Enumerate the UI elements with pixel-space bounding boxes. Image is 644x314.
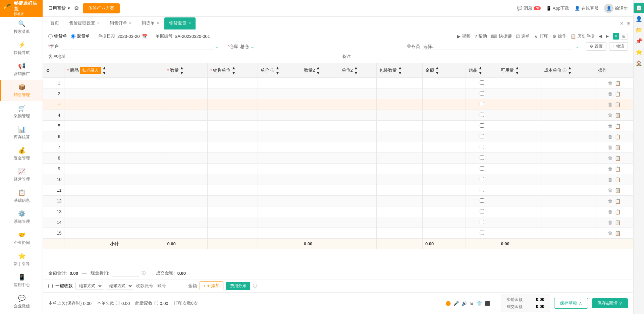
row-amount-5[interactable] [422, 131, 466, 142]
cost-info-icon[interactable]: ⓘ [562, 68, 567, 73]
row-product-7[interactable] [64, 153, 164, 164]
row-unit2-8[interactable] [339, 164, 377, 174]
gift-checkbox-5[interactable] [480, 134, 484, 138]
prev-record-btn[interactable]: ◀ [599, 34, 602, 39]
row-cost-price-6[interactable] [541, 142, 595, 153]
sidebar-item-apps[interactable]: 📱 应用中心 [0, 270, 43, 291]
sidebar-item-marketing[interactable]: 📢 营销推广 [0, 59, 43, 80]
row-qty-6[interactable] [164, 142, 208, 153]
row-cost-price-12[interactable] [541, 206, 595, 217]
list-view-btn[interactable]: ≡ [613, 33, 619, 40]
row-qty-10[interactable] [164, 185, 208, 196]
history-btn[interactable]: 📋 历史单据 [571, 33, 595, 39]
row-pkg-qty-14[interactable] [377, 228, 423, 239]
row-unit2-5[interactable] [339, 131, 377, 142]
qty2-sort[interactable]: ▲▼ [316, 65, 320, 75]
row-unit-11[interactable] [208, 196, 258, 206]
next-record-btn[interactable]: ▶ [606, 34, 609, 39]
sidebar-item-newbie[interactable]: 🌟 新手引导 [0, 249, 43, 270]
salesperson-input[interactable] [422, 43, 573, 50]
row-amount-6[interactable] [422, 142, 466, 153]
row-amount-1[interactable] [422, 88, 466, 99]
gift-checkbox-8[interactable] [480, 166, 484, 171]
row-amount-10[interactable] [422, 185, 466, 196]
address-lookup-btn[interactable]: ... [68, 54, 71, 59]
row-avail-4[interactable] [498, 121, 541, 131]
row-qty-11[interactable] [164, 196, 208, 206]
row-qty2-11[interactable] [301, 196, 339, 206]
row-amount-2[interactable] [422, 99, 466, 110]
price-sort[interactable]: ▲▼ [275, 65, 280, 75]
row-price-0[interactable] [258, 78, 301, 88]
account-input[interactable] [156, 282, 183, 289]
row-pkg-qty-8[interactable] [377, 164, 423, 174]
row-pkg-qty-2[interactable] [377, 99, 423, 110]
row-price-2[interactable] [258, 99, 301, 110]
add-fee-btn[interactable]: + + 添加 [200, 281, 223, 290]
experience-btn[interactable]: 体验行业方案 [83, 3, 120, 13]
settings-btn[interactable]: ⚙ 设置 [586, 42, 606, 51]
row-pkg-qty-13[interactable] [377, 217, 423, 228]
maximize-btn[interactable]: ⊞ [627, 21, 631, 26]
row-price-10[interactable] [258, 185, 301, 196]
row-gift-4[interactable] [466, 121, 498, 131]
row-unit-9[interactable] [208, 174, 258, 185]
row-unit2-3[interactable] [339, 110, 377, 121]
gift-checkbox-12[interactable] [480, 209, 484, 213]
row-avail-2[interactable] [498, 99, 541, 110]
sidebar-item-system[interactable]: ⚙️ 系统管理 [0, 207, 43, 228]
delete-row-btn-5[interactable]: 🗑 [608, 134, 612, 139]
row-gift-1[interactable] [466, 88, 498, 99]
row-qty-1[interactable] [164, 88, 208, 99]
row-product-9[interactable] [64, 174, 164, 185]
row-qty2-8[interactable] [301, 164, 339, 174]
row-gift-3[interactable] [466, 110, 498, 121]
row-amount-4[interactable] [422, 121, 466, 131]
row-product-10[interactable] [64, 185, 164, 196]
row-unit-8[interactable] [208, 164, 258, 174]
price-info-icon[interactable]: ⓘ [270, 68, 274, 73]
row-unit-1[interactable] [208, 88, 258, 99]
row-gift-2[interactable] [466, 99, 498, 110]
row-product-1[interactable] [64, 88, 164, 99]
row-product-14[interactable] [64, 228, 164, 239]
row-pkg-qty-12[interactable] [377, 206, 423, 217]
copy-row-btn-3[interactable]: 📋 [615, 113, 621, 118]
row-product-4[interactable] [64, 121, 164, 131]
row-avail-13[interactable] [498, 217, 541, 228]
row-price-11[interactable] [258, 196, 301, 206]
row-qty-8[interactable] [164, 164, 208, 174]
row-unit2-10[interactable] [339, 185, 377, 196]
row-gift-11[interactable] [466, 196, 498, 206]
row-qty-7[interactable] [164, 153, 208, 164]
row-cost-price-7[interactable] [541, 153, 595, 164]
gift-checkbox-0[interactable] [480, 80, 484, 85]
row-avail-8[interactable] [498, 164, 541, 174]
delete-row-btn-1[interactable]: 🗑 [608, 91, 612, 97]
row-gift-8[interactable] [466, 164, 498, 174]
row-price-3[interactable] [258, 110, 301, 121]
row-qty2-1[interactable] [301, 88, 339, 99]
row-qty2-12[interactable] [301, 206, 339, 217]
row-gift-10[interactable] [466, 185, 498, 196]
status-icon-1[interactable]: 🟠 [445, 301, 451, 306]
row-unit-13[interactable] [208, 217, 258, 228]
gift-checkbox-10[interactable] [480, 188, 484, 192]
status-icon-5[interactable]: 👕 [477, 301, 482, 306]
status-icon-4[interactable]: 🖥 [470, 301, 474, 306]
app-download-item[interactable]: 📱 App下载 [546, 5, 569, 11]
salesperson-lookup-btn[interactable]: ... [574, 44, 578, 49]
row-cost-price-10[interactable] [541, 185, 595, 196]
industry-selector[interactable]: 日用百货 ▾ [48, 5, 70, 11]
row-product-6[interactable] [64, 142, 164, 153]
row-unit2-9[interactable] [339, 174, 377, 185]
copy-row-btn-11[interactable]: 📋 [615, 198, 621, 204]
video-btn[interactable]: ▶ 视频 [457, 33, 471, 39]
copy-row-btn-13[interactable]: 📋 [615, 220, 621, 225]
should-receive-info-icon[interactable]: ⓘ [154, 300, 158, 306]
status-icon-6[interactable]: ⬛ [485, 301, 490, 306]
sidebar-item-operations[interactable]: 📈 经营管理 [0, 165, 43, 186]
row-unit-2[interactable] [208, 99, 258, 110]
side-panel-icon-6[interactable]: 🏠 [634, 58, 644, 68]
sidebar-item-wechat[interactable]: 💬 企业微信 [0, 291, 43, 312]
